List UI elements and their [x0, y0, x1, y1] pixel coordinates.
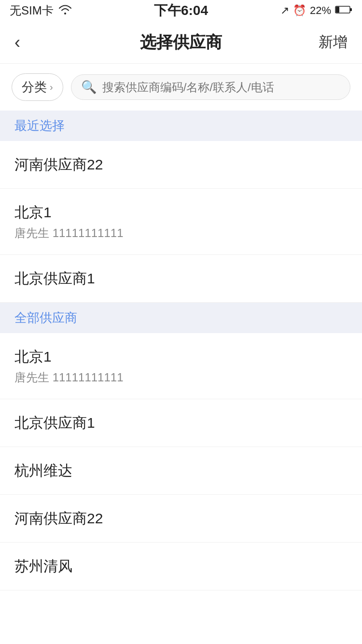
- nav-bar: ‹ 选择供应商 新增: [0, 21, 362, 64]
- list-item[interactable]: 北京1唐先生 11111111111: [0, 333, 362, 399]
- item-name: 北京供应商1: [14, 413, 348, 433]
- page-title: 选择供应商: [140, 31, 222, 54]
- svg-rect-1: [350, 8, 352, 11]
- location-icon: ↗: [280, 4, 289, 17]
- search-input[interactable]: [102, 81, 340, 94]
- item-name: 北京1: [14, 202, 348, 223]
- list-item[interactable]: 苏州清风: [0, 543, 362, 590]
- list-item[interactable]: 北京供应商1: [0, 255, 362, 303]
- category-label: 分类: [22, 79, 47, 96]
- item-name: 苏州清风: [14, 556, 348, 576]
- recent-section-header: 最近选择: [0, 111, 362, 141]
- back-button[interactable]: ‹: [14, 32, 43, 53]
- battery-text: 22%: [310, 4, 331, 17]
- item-sub: 唐先生 11111111111: [14, 370, 348, 385]
- status-left: 无SIM卡: [10, 3, 72, 18]
- item-name: 北京供应商1: [14, 268, 348, 289]
- item-sub: 唐先生 11111111111: [14, 225, 348, 241]
- recent-section-label: 最近选择: [14, 118, 65, 133]
- battery-icon: [335, 4, 352, 17]
- alarm-icon: ⏰: [293, 4, 306, 17]
- item-name: 河南供应商22: [14, 154, 348, 175]
- all-section-header: 全部供应商: [0, 303, 362, 333]
- list-item[interactable]: 北京1唐先生 11111111111: [0, 189, 362, 255]
- status-bar: 无SIM卡 下午6:04 ↗ ⏰ 22%: [0, 0, 362, 21]
- list-item[interactable]: 杭州维达: [0, 447, 362, 495]
- list-item[interactable]: 河南供应商22: [0, 495, 362, 543]
- recent-items-list: 河南供应商22北京1唐先生 11111111111北京供应商1: [0, 141, 362, 303]
- search-box: 🔍: [71, 74, 350, 100]
- add-button[interactable]: 新增: [319, 32, 348, 52]
- category-button[interactable]: 分类 ›: [12, 73, 63, 101]
- status-time: 下午6:04: [154, 1, 208, 20]
- all-section-label: 全部供应商: [14, 310, 77, 325]
- search-icon: 🔍: [81, 80, 97, 95]
- all-items-list: 北京1唐先生 11111111111北京供应商1杭州维达河南供应商22苏州清风: [0, 333, 362, 590]
- item-name: 河南供应商22: [14, 508, 348, 529]
- status-right: ↗ ⏰ 22%: [280, 4, 352, 17]
- svg-rect-2: [336, 7, 339, 13]
- item-name: 北京1: [14, 347, 348, 367]
- list-item[interactable]: 河南供应商22: [0, 141, 362, 189]
- wifi-icon: [58, 4, 72, 17]
- chevron-right-icon: ›: [50, 82, 53, 93]
- carrier-text: 无SIM卡: [10, 3, 54, 18]
- list-item[interactable]: 北京供应商1: [0, 399, 362, 447]
- filter-bar: 分类 › 🔍: [0, 64, 362, 111]
- item-name: 杭州维达: [14, 461, 348, 481]
